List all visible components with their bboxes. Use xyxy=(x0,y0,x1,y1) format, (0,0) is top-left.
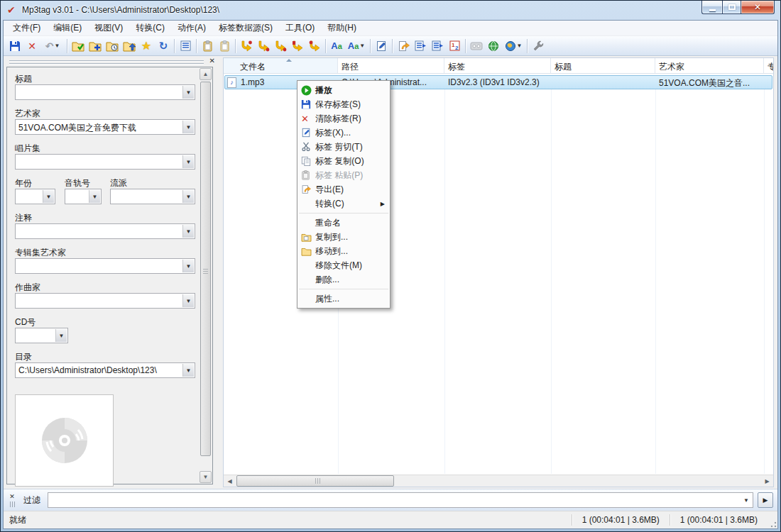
column-header-title[interactable]: 标题 xyxy=(551,58,655,73)
scroll-left-icon[interactable]: ◀ xyxy=(224,475,236,487)
export-button[interactable] xyxy=(395,38,412,54)
scroll-up-icon[interactable]: ▲ xyxy=(200,68,212,80)
maximize-button[interactable] xyxy=(722,1,741,14)
edit-tag-button[interactable] xyxy=(373,38,390,54)
undo-button[interactable]: ↶▼ xyxy=(40,38,65,54)
menu-tools[interactable]: 工具(O) xyxy=(279,20,321,36)
column-header-filename[interactable]: 文件名 xyxy=(224,58,338,73)
context-menu-item-copy-tag[interactable]: 标签 复制(O) xyxy=(297,154,390,168)
artist-combo[interactable]: 51VOA.COM美国之音免费下载 ▼ xyxy=(15,119,195,135)
panel-scrollbar-thumb[interactable] xyxy=(200,82,211,456)
horizontal-scrollbar-thumb[interactable] xyxy=(236,475,394,487)
clipboard-copy-button[interactable] xyxy=(199,38,216,54)
autonumbering-button[interactable]: 12 xyxy=(446,38,463,54)
menu-help[interactable]: 帮助(H) xyxy=(321,20,363,36)
filter-apply-button[interactable]: ▶ xyxy=(758,492,773,508)
columns-button[interactable] xyxy=(177,38,194,54)
filter-grip-handle[interactable] xyxy=(10,501,15,507)
comment-combo[interactable]: ▼ xyxy=(15,223,195,239)
case-conversion-button[interactable]: Aa xyxy=(328,38,345,54)
context-menu-item-rename[interactable]: 重命名 xyxy=(297,216,390,230)
add-directory-button[interactable] xyxy=(87,38,104,54)
album-artist-combo[interactable]: ▼ xyxy=(15,258,195,274)
websources-menu-button[interactable]: ▼ xyxy=(502,38,525,54)
chevron-down-icon[interactable]: ▼ xyxy=(89,190,100,203)
column-header-albumartist[interactable]: 专 xyxy=(764,58,774,73)
parent-directory-button[interactable] xyxy=(121,38,138,54)
album-combo[interactable]: ▼ xyxy=(15,154,195,170)
chevron-down-icon[interactable]: ▼ xyxy=(182,86,194,99)
column-header-tag[interactable]: 标签 xyxy=(444,58,551,73)
context-menu-item-delete[interactable]: 删除... xyxy=(297,272,390,287)
case-conversion-menu-button[interactable]: Aa▼ xyxy=(345,38,368,54)
directory-combo[interactable]: C:\Users\Administrator\Desktop\123\ ▼ xyxy=(15,362,195,378)
resize-grip[interactable] xyxy=(768,519,777,528)
minimize-button[interactable] xyxy=(701,1,722,14)
panel-scrollbar[interactable]: ▲ ▼ xyxy=(200,68,212,483)
album-art-box[interactable] xyxy=(15,394,114,487)
column-header-path[interactable]: 路径 xyxy=(338,58,444,73)
context-menu-item-move-to[interactable]: 移动到... xyxy=(297,244,390,258)
menu-edit[interactable]: 编辑(E) xyxy=(47,20,88,36)
tag-edit-icon xyxy=(301,128,315,138)
refresh-button[interactable]: ↻ xyxy=(155,38,172,54)
panel-close-button[interactable]: ✕ xyxy=(209,57,215,65)
chevron-down-icon[interactable]: ▼ xyxy=(182,155,194,168)
chevron-down-icon[interactable]: ▼ xyxy=(182,190,194,203)
menu-actions[interactable]: 动作(A) xyxy=(171,20,212,36)
filter-input[interactable]: ▼ xyxy=(48,492,753,508)
menu-convert[interactable]: 转换(C) xyxy=(129,20,171,36)
context-menu-item-save-tag[interactable]: 保存标签(S) xyxy=(297,97,390,111)
composer-combo[interactable]: ▼ xyxy=(15,293,195,309)
context-menu-item-edit-tag[interactable]: 标签(X)... xyxy=(297,126,390,140)
menu-file[interactable]: 文件(F) xyxy=(6,20,47,36)
recent-directory-button[interactable] xyxy=(104,38,121,54)
context-menu-item-convert[interactable]: 转换(C) ▶ xyxy=(297,196,390,211)
menu-view[interactable]: 视图(V) xyxy=(88,20,129,36)
convert-filename-tag-button[interactable] xyxy=(255,38,272,54)
tag-sources-button[interactable] xyxy=(468,38,485,54)
convert-textfile-tag-button[interactable] xyxy=(289,38,306,54)
context-menu-item-remove-tag[interactable]: ✕ 清除标签(R) xyxy=(297,111,390,126)
panel-grip-handle[interactable] xyxy=(9,60,204,64)
context-menu-item-play[interactable]: 播放 xyxy=(297,83,390,97)
context-menu-item-properties[interactable]: 属性... xyxy=(297,292,390,306)
context-menu-item-export[interactable]: 导出(E) xyxy=(297,182,390,196)
websources-button[interactable] xyxy=(485,38,502,54)
actions-button[interactable] xyxy=(412,38,429,54)
column-header-artist[interactable]: 艺术家 xyxy=(655,58,764,73)
chevron-down-icon[interactable]: ▼ xyxy=(182,294,194,307)
convert-tag-filename-button[interactable] xyxy=(238,38,255,54)
context-menu-item-remove-file[interactable]: 移除文件(M) xyxy=(297,258,390,272)
chevron-down-icon[interactable]: ▼ xyxy=(182,260,194,272)
year-combo[interactable]: ▼ xyxy=(15,189,55,204)
options-button[interactable] xyxy=(530,38,547,54)
titlebar[interactable]: ✔ Mp3tag v3.01 - C:\Users\Administrator\… xyxy=(1,1,780,20)
filter-close-button[interactable]: ✕ xyxy=(9,494,15,500)
convert-filename-filename-button[interactable] xyxy=(272,38,289,54)
chevron-down-icon[interactable]: ▼ xyxy=(182,121,194,133)
genre-combo[interactable]: ▼ xyxy=(110,189,195,204)
chevron-down-icon[interactable]: ▼ xyxy=(43,190,54,203)
disc-combo[interactable]: ▼ xyxy=(15,328,68,343)
track-combo[interactable]: ▼ xyxy=(65,189,102,204)
clipboard-paste-button[interactable] xyxy=(216,38,233,54)
change-directory-button[interactable] xyxy=(70,38,87,54)
horizontal-scrollbar[interactable]: ◀ ▶ xyxy=(224,475,773,487)
chevron-down-icon[interactable]: ▼ xyxy=(741,494,752,506)
chevron-down-icon[interactable]: ▼ xyxy=(55,329,67,342)
context-menu-item-cut-tag[interactable]: 标签 剪切(T) xyxy=(297,140,390,154)
save-tag-button[interactable] xyxy=(6,38,23,54)
scroll-down-icon[interactable]: ▼ xyxy=(200,471,212,483)
menu-tag-sources[interactable]: 标签数据源(S) xyxy=(212,20,279,36)
close-button[interactable]: ✕ xyxy=(741,1,775,14)
title-combo[interactable]: ▼ xyxy=(15,84,195,100)
context-menu-item-copy-to[interactable]: 复制到... xyxy=(297,230,390,244)
actions-quick-button[interactable] xyxy=(429,38,446,54)
chevron-down-icon[interactable]: ▼ xyxy=(182,364,194,377)
scroll-right-icon[interactable]: ▶ xyxy=(761,475,773,487)
chevron-down-icon[interactable]: ▼ xyxy=(182,225,194,238)
favorite-directory-button[interactable]: ★ xyxy=(138,38,155,54)
convert-tag-tag-button[interactable] xyxy=(306,38,323,54)
remove-tag-button[interactable]: ✕ xyxy=(23,38,40,54)
